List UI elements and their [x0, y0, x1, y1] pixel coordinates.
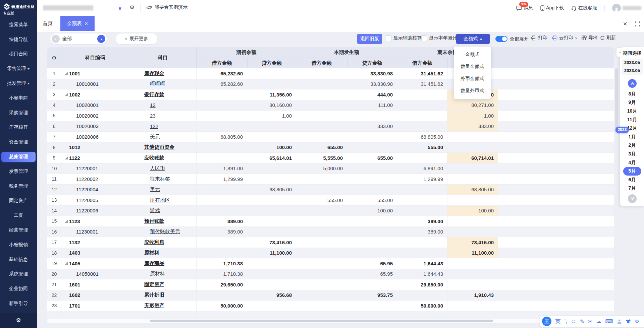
account-name-link[interactable]: 其他货币资金 — [144, 144, 174, 150]
sidebar-item-库存核算[interactable]: 库存核算 — [0, 120, 37, 135]
account-name-link[interactable]: 23 — [150, 113, 156, 119]
table-row[interactable]: 191405库存商品1,710.3865.951,644.43 — [47, 258, 614, 269]
sidebar-item-批发管理[interactable]: 批发管理 — [0, 76, 37, 91]
month-item-10月[interactable]: 10月 — [620, 107, 644, 116]
ime-lang-icon[interactable]: 英 — [555, 318, 560, 325]
subcol-credit[interactable]: 贷方金额 — [248, 58, 296, 68]
table-row[interactable]: 1011220001人民币1,891.005,000.006,891.00 — [47, 163, 614, 174]
online-support-button[interactable]: 在线客服 — [571, 5, 597, 11]
account-name-link[interactable]: 游戏 — [150, 207, 160, 214]
ime-emoji-icon[interactable]: ☺ — [571, 318, 576, 324]
show-aux-checkbox[interactable]: 显示辅助核算 — [386, 35, 422, 41]
account-name-link[interactable]: 应收利息 — [144, 239, 164, 246]
back-to-old-button[interactable]: 退回旧版 — [357, 34, 382, 44]
sidebar-item-新手引导[interactable]: 新手引导 — [0, 296, 37, 311]
horizontal-scrollbar-thumb[interactable] — [150, 320, 493, 322]
scope-selector[interactable]: ‹ 全部 › — [50, 34, 107, 44]
account-name-link[interactable]: 原材料 — [150, 271, 165, 277]
period-range-selector[interactable]: 2023.05 | 2023.05 — [622, 59, 643, 75]
cloud-print-button[interactable]: 云打印 ∨ — [552, 35, 578, 41]
expand-triangle-icon[interactable] — [65, 156, 68, 159]
sidebar-item-采购管理[interactable]: 采购管理 — [0, 106, 37, 120]
account-name-link[interactable]: 人民币 — [150, 165, 165, 172]
account-name-link[interactable]: 库存现金 — [144, 70, 164, 77]
sidebar-item-小畅电商[interactable]: 小畅电商 — [0, 91, 37, 106]
export-button[interactable]: 导出 — [582, 35, 598, 41]
account-name-link[interactable]: 库存商品 — [144, 260, 164, 267]
table-row[interactable]: 1411220006游戏100.00100.00 — [47, 206, 614, 216]
ime-settings-icon[interactable]: ⚙ — [635, 318, 639, 325]
ime-skin-icon[interactable] — [626, 319, 631, 324]
table-row[interactable]: 4100200011280,160.00111.0080,271.00 — [47, 100, 614, 111]
table-row[interactable]: 210010001呵呵呵65,282.6033,830.9831,451.62 — [47, 79, 614, 90]
sidebar-item-发票管理[interactable]: 发票管理 — [0, 164, 37, 179]
refresh-button[interactable]: 刷新 — [600, 35, 616, 41]
table-row[interactable]: 91122应收账款65,614.015,555.00655.0060,714.0… — [47, 153, 614, 163]
expand-more-button[interactable]: ∨ 展开更多 — [116, 34, 157, 44]
messages-button[interactable]: 99+ 消息 — [516, 5, 533, 11]
account-name-link[interactable]: 往来标签 — [150, 176, 170, 182]
format-menu-item-数量外币式[interactable]: 数量外币式 — [454, 85, 491, 97]
ime-punctuation-icon[interactable]: ’, — [564, 318, 567, 324]
account-name-link[interactable]: 固定资产 — [144, 281, 164, 288]
vertical-scrollbar-thumb[interactable] — [615, 68, 618, 132]
table-row[interactable]: 2014050001原材料1,710.3865.951,644.43 — [47, 269, 614, 280]
table-row[interactable]: 1611230001预付账款美元389.00389.00 — [47, 227, 614, 238]
account-name-link[interactable]: 应收账款 — [144, 155, 164, 161]
table-row[interactable]: 231701无形资产50,000.0050,000.00 — [47, 301, 614, 311]
account-name-link[interactable]: 呵呵呵 — [150, 81, 165, 87]
sidebar-item-小畅报销[interactable]: 小畅报销 — [0, 238, 37, 252]
checkbox-icon[interactable] — [421, 36, 427, 41]
ime-keyboard-icon[interactable]: ⌨ — [605, 318, 613, 325]
sidebar-item-经营管理[interactable]: 经营管理 — [0, 223, 37, 238]
account-name-link[interactable]: 美元 — [150, 186, 160, 193]
col-header-account-name[interactable]: 科目 — [129, 47, 197, 68]
checkbox-icon[interactable] — [386, 36, 391, 41]
sidebar-item-总账管理[interactable]: 总账管理 — [0, 149, 37, 164]
account-name-link[interactable]: 12 — [150, 102, 156, 108]
scope-next-icon[interactable]: › — [97, 35, 105, 43]
expand-triangle-icon[interactable] — [65, 220, 68, 223]
format-select-button[interactable]: 金额式 ∧ — [456, 34, 490, 44]
ime-logo-icon[interactable]: 王 — [542, 317, 551, 326]
subcol-debit[interactable]: 借方金额 — [296, 58, 347, 68]
table-row[interactable]: 31002银行存款11,356.00444.0011,800.00 — [47, 89, 614, 100]
scroll-months-down-button[interactable] — [628, 194, 637, 203]
scope-prev-icon[interactable]: ‹ — [52, 35, 60, 43]
account-name-link[interactable]: 预付账款 — [144, 218, 164, 224]
sidebar-item-项目合同[interactable]: 项目合同 — [0, 47, 37, 62]
table-row[interactable]: 710020006美元68,805.0068,805.00 — [47, 132, 614, 142]
format-menu-item-数量金额式[interactable]: 数量金额式 — [454, 61, 491, 73]
format-menu-item-金额式[interactable]: 金额式 — [454, 49, 491, 61]
tab-balance-sheet[interactable]: 余额表 ✕ — [60, 16, 95, 31]
topbar-gear-icon[interactable]: ⚙ — [129, 4, 135, 11]
month-item-5月[interactable]: 5月 — [623, 167, 641, 176]
account-name-link[interactable]: 银行存款 — [144, 91, 164, 98]
account-name-link[interactable]: 122 — [150, 123, 158, 129]
sidebar-settings-gear-icon[interactable]: ⚙ — [16, 317, 21, 324]
table-row[interactable]: 221602累计折旧956.68953.751,910.43 — [47, 290, 614, 301]
fullscreen-icon[interactable] — [635, 21, 640, 26]
month-item-6月[interactable]: 6月 — [620, 176, 644, 184]
expand-triangle-icon[interactable] — [65, 262, 68, 265]
sidebar-item-税务管理[interactable]: 税务管理 — [0, 179, 37, 194]
ime-clip-icon[interactable]: ✂ — [588, 318, 592, 325]
user-account[interactable] — [612, 4, 641, 12]
demo-link[interactable]: 我要看实例演示 — [146, 4, 187, 10]
table-row[interactable]: 1311220005所在地区555.00555.00 — [47, 195, 614, 206]
show-ytd-checkbox[interactable]: 显示本年累计 — [421, 35, 457, 41]
expand-triangle-icon[interactable] — [65, 93, 68, 96]
ime-cloud-icon[interactable]: ☁ — [596, 318, 602, 325]
ime-handwriting-icon[interactable]: ✎ — [580, 318, 584, 325]
column-settings-gear-icon[interactable]: ⚙ — [47, 47, 61, 68]
table-row[interactable]: 181403原材料11,100.0011,100.00 — [47, 248, 614, 259]
col-header-account-code[interactable]: 科目编码 — [61, 47, 129, 68]
account-name-link[interactable]: 所在地区 — [150, 197, 170, 203]
scroll-months-up-button[interactable] — [628, 79, 637, 88]
org-name-redacted[interactable] — [43, 5, 93, 10]
tab-home[interactable]: 首页 — [43, 16, 53, 31]
account-name-link[interactable]: 预付账款美元 — [150, 228, 180, 235]
month-item-9月[interactable]: 9月 — [620, 99, 644, 107]
account-name-link[interactable]: 无形资产 — [144, 303, 164, 309]
sidebar-item-资金管理[interactable]: 资金管理 — [0, 135, 37, 149]
